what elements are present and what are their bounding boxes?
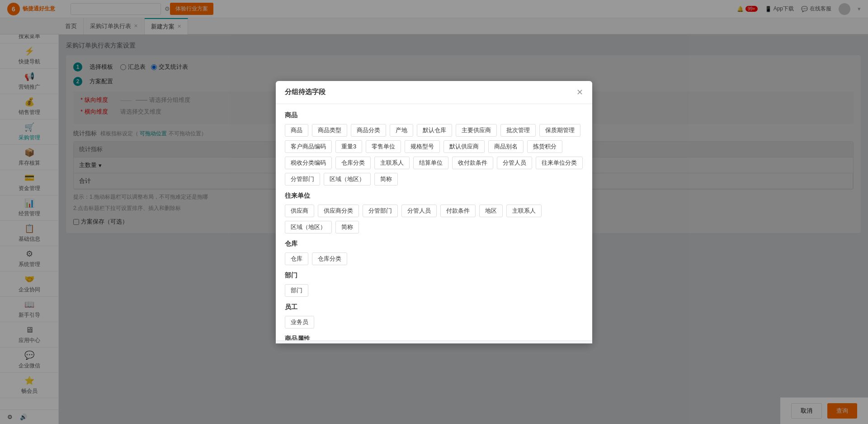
tag-goods-expiry[interactable]: 保质期管理 <box>539 124 580 137</box>
tag-goods-warehouse-cat[interactable]: 仓库分类 <box>335 157 371 169</box>
tag-group-employee: 业务员 <box>285 316 583 329</box>
tag-cp-contact[interactable]: 主联系人 <box>506 205 542 217</box>
tag-goods-category[interactable]: 商品分类 <box>351 124 386 137</box>
tag-goods-alias[interactable]: 商品别名 <box>488 140 524 153</box>
tag-goods-name[interactable]: 商品 <box>285 124 308 137</box>
section-dept-title: 部门 <box>285 272 583 280</box>
section-counterpart-title: 往来单位 <box>285 192 583 200</box>
tag-goods-payment-terms[interactable]: 收付款条件 <box>452 157 493 169</box>
tag-goods-spec[interactable]: 规格型号 <box>405 140 440 153</box>
tag-goods-batch[interactable]: 批次管理 <box>500 124 536 137</box>
tag-goods-short-name[interactable]: 简称 <box>374 173 398 186</box>
tag-goods-main-contact[interactable]: 主联系人 <box>374 157 410 169</box>
tag-group-goods: 商品 商品类型 商品分类 产地 默认仓库 主要供应商 批次管理 保质期管理 客户… <box>285 124 583 186</box>
tag-group-dept: 部门 <box>285 284 583 297</box>
tag-goods-tax-code[interactable]: 税收分类编码 <box>285 157 332 169</box>
section-warehouse-title: 仓库 <box>285 240 583 248</box>
tag-goods-region[interactable]: 区域（地区） <box>324 173 371 186</box>
modal-header: 分组待选字段 ✕ <box>276 81 592 104</box>
modal-close-button[interactable]: ✕ <box>576 87 583 97</box>
tag-goods-type[interactable]: 商品类型 <box>312 124 347 137</box>
tag-goods-default-warehouse[interactable]: 默认仓库 <box>417 124 452 137</box>
tag-cp-supplier-cat[interactable]: 供应商分类 <box>318 205 359 217</box>
tag-group-counterpart: 供应商 供应商分类 分管部门 分管人员 付款条件 地区 主联系人 区域（地区） … <box>285 205 583 233</box>
tag-group-warehouse: 仓库 仓库分类 <box>285 252 583 265</box>
tag-goods-settlement-unit[interactable]: 结算单位 <box>413 157 448 169</box>
tag-goods-main-supplier[interactable]: 主要供应商 <box>456 124 497 137</box>
modal-title: 分组待选字段 <box>285 88 326 96</box>
tag-cp-region[interactable]: 地区 <box>479 205 503 217</box>
tag-cp-manager[interactable]: 分管人员 <box>401 205 437 217</box>
tag-wh-cat[interactable]: 仓库分类 <box>312 252 347 265</box>
modal-body: 商品 商品 商品类型 商品分类 产地 默认仓库 主要供应商 批次管理 保质期管理… <box>276 104 592 340</box>
tag-cp-short[interactable]: 简称 <box>335 221 359 233</box>
section-goods-title: 商品 <box>285 111 583 119</box>
section-employee-title: 员工 <box>285 303 583 311</box>
tag-dept-dept[interactable]: 部门 <box>285 284 308 297</box>
tag-goods-customer-code[interactable]: 客户商品编码 <box>285 140 332 153</box>
tag-goods-default-supplier[interactable]: 默认供应商 <box>443 140 485 153</box>
tag-goods-counterpart-cat[interactable]: 往来单位分类 <box>536 157 583 169</box>
modal-overlay: 分组待选字段 ✕ 商品 商品 商品类型 商品分类 产地 默认仓库 主要供应商 批… <box>0 0 868 424</box>
tag-cp-payment[interactable]: 付款条件 <box>440 205 476 217</box>
tag-goods-manager[interactable]: 分管人员 <box>497 157 532 169</box>
tag-cp-supplier[interactable]: 供应商 <box>285 205 314 217</box>
modal-hscroll[interactable] <box>276 340 592 343</box>
tag-cp-dept[interactable]: 分管部门 <box>363 205 398 217</box>
field-select-modal: 分组待选字段 ✕ 商品 商品 商品类型 商品分类 产地 默认仓库 主要供应商 批… <box>276 81 592 343</box>
tag-goods-origin[interactable]: 产地 <box>390 124 413 137</box>
tag-goods-retail-unit[interactable]: 零售单位 <box>366 140 401 153</box>
tag-goods-pick-points[interactable]: 拣货积分 <box>527 140 562 153</box>
tag-wh-warehouse[interactable]: 仓库 <box>285 252 308 265</box>
tag-emp-salesman[interactable]: 业务员 <box>285 316 314 329</box>
tag-cp-area[interactable]: 区域（地区） <box>285 221 332 233</box>
tag-goods-weight[interactable]: 重量3 <box>335 140 362 153</box>
section-product-attr-title: 商品属性 <box>285 335 583 340</box>
tag-goods-dept[interactable]: 分管部门 <box>285 173 320 186</box>
